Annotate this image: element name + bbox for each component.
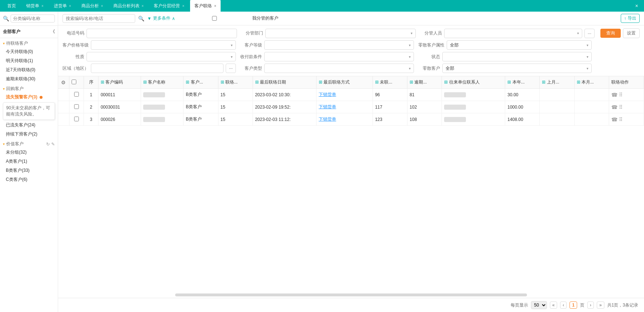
first-page-button[interactable]: « — [550, 301, 558, 309]
contact-sort-icon[interactable]: ⊞ — [221, 80, 224, 85]
sidebar-search-input[interactable] — [11, 15, 55, 23]
close-all-button[interactable]: × — [632, 1, 641, 10]
table-scrollbar-area[interactable] — [58, 292, 644, 298]
tab-product-analysis-close[interactable]: × — [101, 4, 103, 8]
row-checkbox[interactable] — [74, 117, 79, 121]
th-past-unit-contact: ⊞ 往来单位联系人 — [442, 76, 505, 89]
tab-purchase[interactable]: 进货单 × — [49, 0, 76, 12]
filter-status-select[interactable]: ▾ — [442, 52, 592, 61]
sidebar-group-value-customer[interactable]: ▾ 价值客户 ↻ ✎ — [0, 139, 58, 148]
sidebar-collapse-button[interactable]: 《 — [51, 29, 55, 35]
more-actions-icon[interactable]: ⠿ — [619, 104, 623, 110]
filter-manager-more-button[interactable]: ··· — [584, 29, 595, 38]
tab-customer-contact[interactable]: 客户联络 × — [190, 0, 221, 12]
filter-region-select[interactable] — [91, 64, 224, 73]
last-page-button[interactable]: » — [597, 301, 604, 309]
tab-product-analysis-list[interactable]: 商品分析列表 × — [109, 0, 148, 12]
filter-scatter-customer-select[interactable]: 全部 ▾ — [442, 64, 592, 73]
tab-product-analysis-list-close[interactable]: × — [142, 4, 144, 8]
row-not-contact: 96 — [373, 89, 407, 101]
filter-phone-input[interactable] — [86, 29, 237, 38]
tab-purchase-close[interactable]: × — [69, 4, 71, 8]
settings-button[interactable]: 设置 — [623, 28, 640, 38]
more-actions-icon[interactable]: ⠿ — [619, 92, 623, 98]
past-unit-sort-icon[interactable]: ⊞ — [444, 80, 448, 85]
row-checkbox[interactable] — [74, 104, 79, 109]
sidebar-item-continue-down[interactable]: 持续下滑客户(2) — [0, 130, 58, 139]
overdue-sort-icon[interactable]: ⊞ — [410, 80, 413, 85]
select-all-checkbox[interactable] — [72, 80, 76, 84]
prev-page-button[interactable]: ‹ — [560, 301, 567, 309]
table-gear-icon[interactable]: ⚙ — [61, 80, 66, 85]
tab-sales-close[interactable]: × — [41, 4, 44, 8]
sidebar-group-lost-customer[interactable]: ▾ 回购客户 — [0, 84, 58, 93]
filter-price-level-select[interactable]: ▾ — [91, 40, 236, 50]
sidebar-item-unsorted[interactable]: 未分组(32) — [0, 148, 58, 157]
row-name — [141, 113, 184, 126]
tab-customer-contact-close[interactable]: × — [214, 4, 216, 8]
tab-product-analysis-label: 商品分析 — [81, 3, 99, 9]
sort-pin-icon[interactable]: ⊞ — [101, 80, 104, 85]
last-method-sort-icon[interactable]: ⊞ — [319, 80, 322, 85]
row-checkbox[interactable] — [74, 92, 79, 97]
contact-icon[interactable]: ☎ — [611, 92, 617, 98]
horizontal-scrollbar[interactable] — [175, 293, 527, 296]
sidebar-item-type-b[interactable]: B类客户(33) — [0, 166, 58, 175]
sidebar-item-today-contact[interactable]: 今天待联络(0) — [0, 47, 58, 56]
search-button[interactable]: 🔍 — [138, 16, 144, 21]
sidebar-item-overdue-contact[interactable]: 逾期未联络(30) — [0, 74, 58, 84]
row-action: ☎ ⠿ — [609, 101, 644, 113]
sidebar-item-already-lost[interactable]: 已流失客户(24) — [0, 121, 58, 130]
row-last-contact-method: 下销货单 — [316, 89, 373, 101]
tab-customer-segment[interactable]: 客户分层经营 × — [149, 0, 189, 12]
search-input[interactable] — [63, 14, 135, 23]
row-type: B类客户 — [184, 101, 218, 113]
this-month-sort-icon[interactable]: ⊞ — [577, 80, 580, 85]
this-year-sort-icon[interactable]: ⊞ — [507, 80, 511, 85]
tab-sales[interactable]: 销货单 × — [22, 0, 48, 12]
filter-dept-select[interactable]: ▾ — [265, 29, 416, 38]
per-page-select[interactable]: 50 — [531, 301, 547, 309]
filter-customer-type-select[interactable]: ▾ — [264, 64, 414, 73]
sidebar-item-7day-contact[interactable]: 近7天待联络(0) — [0, 65, 58, 74]
edit-icon[interactable]: ✎ — [51, 142, 55, 147]
last-month-sort-icon[interactable]: ⊞ — [542, 80, 546, 85]
row-name — [141, 101, 184, 113]
filter-customer-level-select[interactable]: ▾ — [264, 40, 414, 50]
sidebar-item-type-a[interactable]: A类客户(1) — [0, 157, 58, 166]
pending-contact-arrow: ▾ — [3, 41, 5, 45]
query-button[interactable]: 查询 — [600, 29, 621, 38]
row-code: 000011 — [98, 89, 141, 101]
filter-scatter-attr-select[interactable]: 全部 ▾ — [447, 40, 592, 50]
filter-region-more-button[interactable]: ··· — [226, 64, 236, 73]
type-sort-icon[interactable]: ⊞ — [186, 80, 189, 85]
sidebar-item-tomorrow-contact[interactable]: 明天待联络(1) — [0, 56, 58, 65]
sidebar-item-type-c[interactable]: C类客户(6) — [0, 175, 58, 184]
filter-action-buttons: 查询 设置 — [600, 28, 640, 38]
row-overdue: 108 — [407, 113, 442, 126]
export-button[interactable]: ↑ 导出 — [621, 14, 640, 23]
row-action: ☎ ⠿ — [609, 89, 644, 101]
name-sort-icon[interactable]: ⊞ — [143, 80, 147, 85]
more-conditions-button[interactable]: ▼ 更多条件 ∧ — [147, 15, 175, 21]
tab-home[interactable]: 首页 — [3, 0, 20, 12]
filter-manager-select[interactable]: ▾ — [444, 29, 582, 38]
sidebar-item-lost-warning[interactable]: 流失预警客户(3) — [0, 93, 58, 102]
my-customers-check[interactable] — [178, 16, 251, 21]
filter-dept-label: 分管部门 — [241, 30, 263, 36]
th-gear[interactable]: ⚙ — [58, 76, 69, 89]
contact-icon[interactable]: ☎ — [611, 104, 617, 110]
filter-payment-cond-select[interactable]: ▾ — [264, 52, 414, 61]
next-page-button[interactable]: › — [587, 301, 594, 309]
table-header-row: ⚙ 序 ⊞ 客户编码 ⊞ — [58, 76, 644, 89]
sidebar-group-pending-contact[interactable]: ▾ 待联络客户 — [0, 38, 58, 47]
tab-customer-segment-close[interactable]: × — [182, 4, 184, 8]
my-customers-checkbox[interactable]: 我分管的客户 — [178, 15, 278, 21]
refresh-icon[interactable]: ↻ — [46, 142, 50, 147]
not-contact-sort-icon[interactable]: ⊞ — [375, 80, 379, 85]
tab-product-analysis[interactable]: 商品分析 × — [77, 0, 108, 12]
more-actions-icon[interactable]: ⠿ — [619, 117, 623, 122]
filter-nature-select[interactable]: ▾ — [86, 52, 236, 61]
last-date-sort-icon[interactable]: ⊞ — [255, 80, 259, 85]
contact-icon[interactable]: ☎ — [611, 117, 617, 122]
